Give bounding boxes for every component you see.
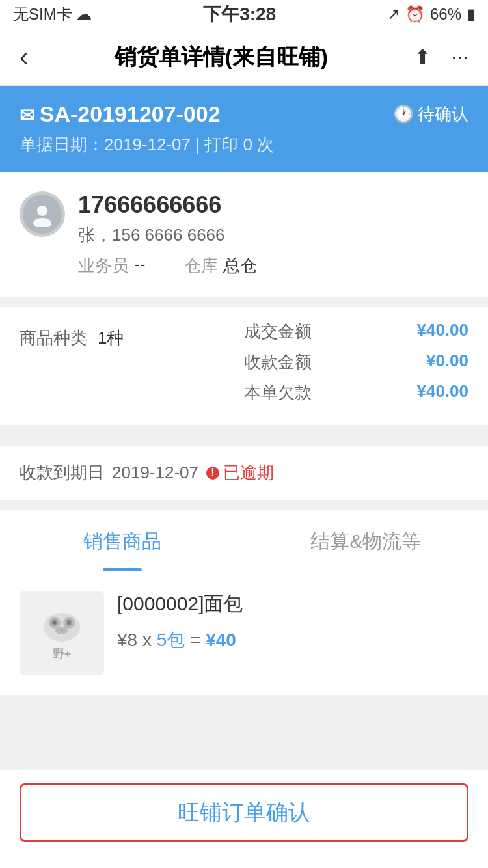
product-name: [0000002]面包 xyxy=(117,591,468,617)
customer-section: 17666666666 张，156 6666 6666 业务员 -- 仓库 总仓 xyxy=(0,172,488,297)
transaction-amount-value: ¥40.00 xyxy=(416,320,468,343)
tabs-bar: 销售商品 结算&物流等 xyxy=(0,510,488,571)
tab-settlement-logistics[interactable]: 结算&物流等 xyxy=(244,510,488,571)
alarm-icon: ⏰ xyxy=(405,5,425,23)
warehouse-value: 总仓 xyxy=(223,254,257,277)
transaction-amount-label: 成交金额 xyxy=(244,320,312,343)
clock-icon: 🕐 xyxy=(393,104,414,124)
status-right: ↗ ⏰ 66% ▮ xyxy=(387,5,475,23)
product-thumbnail: 野+ xyxy=(20,591,104,675)
received-amount-row: 收款金额 ¥0.00 xyxy=(244,351,468,373)
product-price: ¥8 x 5包 = ¥40 xyxy=(117,628,468,653)
due-date-value: 2019-12-07 xyxy=(112,463,198,483)
nav-icons: ⬆ ··· xyxy=(414,45,468,70)
product-type-label: 商品种类 xyxy=(20,327,87,349)
divider-2 xyxy=(0,435,488,446)
svg-point-7 xyxy=(53,621,57,625)
salesperson-value: -- xyxy=(134,254,145,277)
balance-due-label: 本单欠款 xyxy=(244,381,312,404)
customer-phone: 17666666666 xyxy=(78,191,468,219)
product-logo: 野+ xyxy=(39,604,85,662)
overdue-icon: ! xyxy=(206,467,219,480)
order-header: ✉ SA-20191207-002 🕐 待确认 单据日期：2019-12-07 … xyxy=(0,86,488,172)
salesperson-label: 业务员 xyxy=(78,254,129,277)
balance-due-value: ¥40.00 xyxy=(416,381,468,404)
divider-1 xyxy=(0,297,488,307)
equals-text: = xyxy=(185,630,206,650)
carrier-text: 无SIM卡 ☁ xyxy=(13,4,92,25)
avatar xyxy=(20,191,65,237)
price-text: ¥8 x xyxy=(117,630,157,650)
more-icon[interactable]: ··· xyxy=(451,45,468,69)
order-status: 🕐 待确认 xyxy=(393,103,468,126)
customer-info: 17666666666 张，156 6666 6666 业务员 -- 仓库 总仓 xyxy=(78,191,468,277)
product-type-row: 商品种类 1种 xyxy=(20,320,244,362)
transaction-amount-row: 成交金额 ¥40.00 xyxy=(244,320,468,343)
due-date-label: 收款到期日 xyxy=(20,461,104,484)
salesperson-meta: 业务员 -- xyxy=(78,254,145,277)
status-time: 下午3:28 xyxy=(203,2,276,27)
nav-bar: ‹ 销货单详情(来自旺铺) ⬆ ··· xyxy=(0,29,488,86)
svg-point-1 xyxy=(33,218,51,227)
status-left: 无SIM卡 ☁ xyxy=(13,4,92,25)
share-icon[interactable]: ⬆ xyxy=(414,45,431,70)
wangpu-confirm-button[interactable]: 旺铺订单确认 xyxy=(20,783,468,842)
location-icon: ↗ xyxy=(387,5,400,23)
order-id: ✉ SA-20191207-002 xyxy=(20,102,221,127)
product-type-value: 1种 xyxy=(98,327,124,349)
avatar-inner xyxy=(23,195,62,234)
received-amount-value: ¥0.00 xyxy=(426,351,468,373)
svg-point-8 xyxy=(68,621,71,625)
product-details: [0000002]面包 ¥8 x 5包 = ¥40 xyxy=(117,591,468,653)
divider-3 xyxy=(0,500,488,510)
overdue-badge: ! 已逾期 xyxy=(206,461,274,484)
order-icon: ✉ xyxy=(20,105,40,126)
customer-name: 张，156 6666 6666 xyxy=(78,224,468,247)
page-title: 销货单详情(来自旺铺) xyxy=(115,42,329,72)
battery-icon: ▮ xyxy=(467,5,475,23)
tab-underline xyxy=(103,568,142,571)
warehouse-label: 仓库 xyxy=(184,254,218,277)
back-button[interactable]: ‹ xyxy=(20,42,28,72)
due-date-section: 收款到期日 2019-12-07 ! 已逾期 xyxy=(0,446,488,500)
battery-text: 66% xyxy=(430,5,461,23)
balance-due-row: 本单欠款 ¥40.00 xyxy=(244,381,468,404)
received-amount-label: 收款金额 xyxy=(244,351,312,373)
status-bar: 无SIM卡 ☁ 下午3:28 ↗ ⏰ 66% ▮ xyxy=(0,0,488,29)
tab-sales-products[interactable]: 销售商品 xyxy=(0,510,244,571)
summary-section: 商品种类 1种 成交金额 ¥40.00 收款金额 ¥0.00 本单欠款 ¥40.… xyxy=(0,307,488,425)
order-date: 单据日期：2019-12-07 | 打印 0 次 xyxy=(20,133,468,156)
svg-point-0 xyxy=(37,206,47,216)
customer-meta: 业务员 -- 仓库 总仓 xyxy=(78,254,468,277)
qty-text: 5包 xyxy=(157,630,185,650)
product-section: 野+ [0000002]面包 ¥8 x 5包 = ¥40 xyxy=(0,571,488,695)
total-text: ¥40 xyxy=(206,630,236,650)
overdue-label: 已逾期 xyxy=(223,461,274,484)
bottom-button-bar: 旺铺订单确认 xyxy=(0,770,488,868)
warehouse-meta: 仓库 总仓 xyxy=(184,254,257,277)
